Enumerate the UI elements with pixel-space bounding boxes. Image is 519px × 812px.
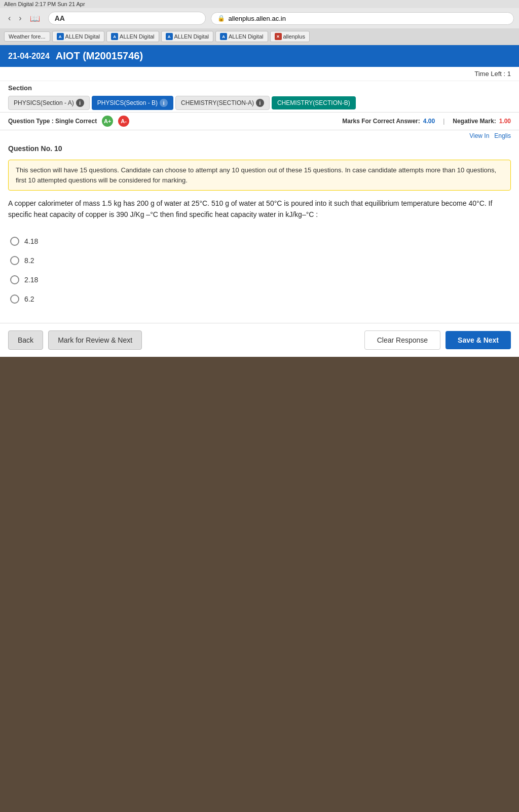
clear-response-button[interactable]: Clear Response (364, 330, 440, 350)
tab-chemistry-a[interactable]: CHEMISTRY(SECTION-A) i (175, 96, 270, 110)
tab-weather[interactable]: Weather fore... (4, 31, 50, 42)
view-in-label[interactable]: View In (469, 132, 489, 139)
back-button[interactable]: Back (8, 330, 43, 350)
option-2-label: 8.2 (24, 256, 34, 265)
tab-allen-1[interactable]: A ALLEN Digital (52, 31, 104, 42)
question-text: A copper calorimeter of mass 1.5 kg has … (8, 198, 511, 220)
tab-allen-4-label: ALLEN Digital (229, 33, 263, 40)
tab-chemistry-b-label: CHEMISTRY(SECTION-B) (277, 99, 350, 106)
instruction-box: This section will have 15 questions. Can… (8, 160, 511, 191)
tab-chemistry-b[interactable]: CHEMISTRY(SECTION-B) (272, 96, 356, 109)
marks-correct-value: 4.00 (423, 118, 435, 125)
tab-allenplus-favicon: ✕ (275, 33, 282, 40)
time-left: Time Left : 1 (474, 70, 511, 78)
marks-correct-label: Marks For Correct Answer: (342, 118, 420, 125)
tab-chemistry-a-label: CHEMISTRY(SECTION-A) (181, 99, 254, 106)
language-label[interactable]: Englis (494, 132, 511, 139)
tab-physics-a[interactable]: PHYSICS(Section - A) i (8, 96, 90, 110)
desk-surface (0, 357, 519, 636)
tab-allen-4-favicon: A (220, 33, 227, 40)
info-icon-physics-b: i (160, 99, 168, 107)
forward-nav-button[interactable]: › (16, 13, 24, 24)
content-area: Time Left : 1 Section PHYSICS(Section - … (0, 67, 519, 357)
section-label: Section (0, 81, 519, 94)
tab-allen-1-favicon: A (57, 33, 64, 40)
grade-minus-badge: A- (118, 116, 129, 127)
save-next-button[interactable]: Save & Next (446, 331, 511, 349)
tab-allen-2[interactable]: A ALLEN Digital (106, 31, 159, 42)
tab-weather-label: Weather fore... (9, 33, 46, 40)
url-bar[interactable]: 🔒 allenplus.allen.ac.in (211, 12, 514, 25)
time-row: Time Left : 1 (0, 67, 519, 81)
option-2-radio[interactable] (10, 256, 19, 265)
option-4-radio[interactable] (10, 294, 19, 304)
back-nav-button[interactable]: ‹ (5, 13, 14, 24)
option-2[interactable]: 8.2 (8, 251, 511, 270)
negative-mark-value: 1.00 (499, 118, 511, 125)
option-4[interactable]: 6.2 (8, 289, 511, 309)
marks-correct-item: Marks For Correct Answer: 4.00 (342, 118, 435, 125)
tab-physics-b[interactable]: PHYSICS(Section - B) i (92, 96, 173, 110)
header-date: 21-04-2024 (8, 52, 50, 61)
grade-plus-badge: A+ (102, 116, 113, 127)
marks-info: Marks For Correct Answer: 4.00 | Negativ… (342, 118, 511, 125)
bookmarks-button[interactable]: 📖 (27, 13, 43, 24)
tab-allen-4[interactable]: A ALLEN Digital (215, 31, 268, 42)
option-4-label: 6.2 (24, 295, 34, 303)
option-3-radio[interactable] (10, 275, 19, 284)
tab-allen-3-favicon: A (166, 33, 173, 40)
tab-allenplus[interactable]: ✕ allenplus (270, 31, 310, 42)
option-3-label: 2.18 (24, 276, 38, 284)
browser-tabs: Weather fore... A ALLEN Digital A ALLEN … (0, 28, 519, 45)
section-tabs: PHYSICS(Section - A) i PHYSICS(Section -… (0, 94, 519, 113)
option-1-radio[interactable] (10, 237, 19, 246)
tab-physics-a-label: PHYSICS(Section - A) (14, 99, 74, 106)
question-type-label: Question Type : Single Correct (8, 118, 97, 125)
aa-label: AA (55, 14, 65, 22)
url-text: allenplus.allen.ac.in (228, 15, 285, 22)
divider: | (443, 118, 444, 125)
app-container: 21-04-2024 AIOT (M20015746) Time Left : … (0, 45, 519, 357)
tab-allenplus-label: allenplus (283, 33, 305, 40)
mark-review-button[interactable]: Mark for Review & Next (48, 330, 142, 350)
info-icon-physics-a: i (76, 99, 84, 107)
info-icon-chemistry-a: i (256, 99, 264, 107)
tab-allen-3[interactable]: A ALLEN Digital (161, 31, 213, 42)
address-bar[interactable]: AA (48, 12, 206, 25)
tab-allen-2-favicon: A (111, 33, 118, 40)
tab-physics-b-label: PHYSICS(Section - B) (97, 99, 158, 106)
question-number: Question No. 10 (0, 141, 519, 156)
option-3[interactable]: 2.18 (8, 270, 511, 289)
lock-icon: 🔒 (217, 15, 225, 22)
tab-allen-2-label: ALLEN Digital (120, 33, 154, 40)
action-bar: Back Mark for Review & Next Clear Respon… (0, 323, 519, 357)
tab-allen-3-label: ALLEN Digital (174, 33, 209, 40)
view-lang-row: View In Englis (0, 130, 519, 141)
instruction-text: This section will have 15 questions. Can… (16, 166, 496, 184)
header-bar: 21-04-2024 AIOT (M20015746) (0, 45, 519, 67)
browser-status: Allen Digital 2:17 PM Sun 21 Apr (4, 1, 85, 7)
negative-mark-item: Negative Mark: 1.00 (453, 118, 511, 125)
negative-mark-label: Negative Mark: (453, 118, 496, 125)
option-1[interactable]: 4.18 (8, 232, 511, 251)
tab-allen-1-label: ALLEN Digital (65, 33, 100, 40)
options-area: 4.18 8.2 2.18 6.2 (0, 228, 519, 313)
header-title: AIOT (M20015746) (56, 50, 143, 62)
question-meta: Question Type : Single Correct A+ A- Mar… (0, 113, 519, 130)
option-1-label: 4.18 (24, 237, 38, 245)
